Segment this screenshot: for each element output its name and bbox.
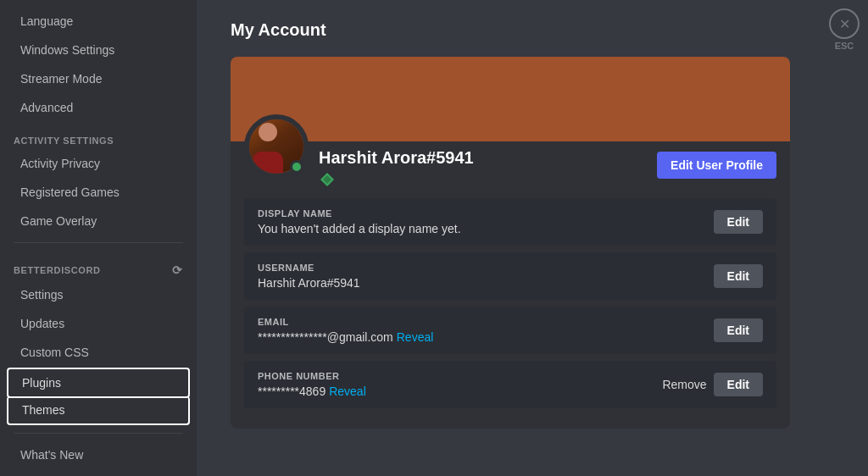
esc-label: ESC: [835, 41, 854, 51]
sidebar-item-custom-css[interactable]: Custom CSS: [7, 339, 190, 366]
sidebar-item-streamer-mode[interactable]: Streamer Mode: [7, 65, 190, 92]
online-status-dot: [290, 160, 303, 174]
sidebar-item-label: Activity Privacy: [20, 157, 100, 170]
betterdiscord-section: BetterDiscord ⟳: [0, 250, 197, 280]
profile-card: Harshit Arora#5941 Edit User Profile Dis…: [231, 57, 790, 429]
field-row-display-name: Display Name You haven't added a display…: [244, 198, 776, 246]
sidebar-item-language[interactable]: Language: [7, 8, 190, 35]
fields-section: Display Name You haven't added a display…: [231, 198, 790, 408]
sidebar-item-label: Windows Settings: [20, 43, 114, 57]
sidebar-item-label: Settings: [20, 288, 64, 302]
field-left: Email ***************@gmail.comReveal: [258, 317, 714, 344]
phone-value: *********4869Reveal: [258, 385, 662, 398]
sidebar-item-updates[interactable]: Updates: [7, 310, 190, 337]
remove-phone-button[interactable]: Remove: [662, 378, 706, 391]
sidebar-item-whats-new[interactable]: What's New: [7, 441, 190, 468]
display-name-value: You haven't added a display name yet.: [258, 222, 714, 235]
phone-reveal-link[interactable]: Reveal: [329, 385, 366, 398]
display-name-label: Display Name: [258, 208, 714, 219]
edit-phone-button[interactable]: Edit: [714, 373, 763, 396]
field-actions: Edit: [714, 210, 763, 234]
email-masked: ***************@gmail.com: [258, 330, 393, 344]
sidebar-item-label: Streamer Mode: [20, 72, 102, 86]
section-label: BetterDiscord: [14, 265, 101, 275]
field-actions: Edit: [714, 264, 763, 288]
username-label: Username: [258, 263, 714, 273]
esc-button[interactable]: ✕ ESC: [829, 8, 860, 51]
email-reveal-link[interactable]: Reveal: [397, 330, 434, 344]
history-icon[interactable]: ⟳: [172, 263, 183, 277]
username-display: Harshit Arora#5941: [319, 148, 474, 168]
field-row-username: Username Harshit Arora#5941 Edit: [244, 252, 776, 300]
field-row-email: Email ***************@gmail.comReveal Ed…: [244, 307, 776, 354]
phone-label: Phone Number: [258, 371, 662, 381]
sidebar-divider: [14, 242, 183, 243]
nitro-icon: [319, 171, 336, 188]
edit-username-button[interactable]: Edit: [714, 264, 763, 288]
sidebar-item-label: What's New: [20, 448, 83, 462]
edit-display-name-button[interactable]: Edit: [714, 210, 763, 234]
profile-info: Harshit Arora#5941 Edit User Profile: [319, 114, 776, 191]
avatar-head: [259, 123, 277, 141]
page-title: My Account: [231, 20, 834, 40]
sidebar-item-themes[interactable]: Themes: [7, 396, 190, 425]
field-row-phone: Phone Number *********4869Reveal Remove …: [244, 361, 776, 408]
sidebar-item-windows-settings[interactable]: Windows Settings: [7, 36, 190, 64]
sidebar-item-label: Updates: [20, 317, 64, 330]
sidebar-item-plugins[interactable]: Plugins: [7, 368, 190, 398]
main-content: My Account Harshit Arora#5941: [197, 0, 868, 476]
field-left: Display Name You haven't added a display…: [258, 208, 714, 235]
sidebar-item-registered-games[interactable]: Registered Games: [7, 179, 190, 206]
sidebar-item-label: Registered Games: [20, 185, 120, 199]
sidebar-divider-2: [14, 433, 183, 434]
sidebar-item-label: Themes: [22, 403, 65, 417]
section-label: Activity Settings: [14, 136, 114, 146]
username-value: Harshit Arora#5941: [258, 276, 714, 290]
sidebar-item-label: Language: [20, 14, 73, 28]
username-block: Harshit Arora#5941: [319, 148, 474, 191]
email-label: Email: [258, 317, 714, 327]
sidebar-item-label: Plugins: [22, 376, 61, 390]
sidebar: Language Windows Settings Streamer Mode …: [0, 0, 197, 476]
sidebar-item-settings[interactable]: Settings: [7, 281, 190, 308]
profile-header: Harshit Arora#5941 Edit User Profile: [231, 114, 790, 198]
sidebar-item-game-overlay[interactable]: Game Overlay: [7, 208, 190, 235]
edit-profile-button[interactable]: Edit User Profile: [657, 152, 776, 179]
phone-masked: *********4869: [258, 385, 326, 398]
sidebar-item-activity-privacy[interactable]: Activity Privacy: [7, 150, 190, 177]
close-icon: ✕: [839, 16, 850, 32]
field-left: Username Harshit Arora#5941: [258, 263, 714, 290]
field-actions: Edit: [714, 318, 763, 342]
sidebar-item-advanced[interactable]: Advanced: [7, 94, 190, 121]
sidebar-item-label: Game Overlay: [20, 214, 97, 228]
email-value: ***************@gmail.comReveal: [258, 330, 714, 344]
activity-settings-section: Activity Settings: [0, 122, 197, 149]
field-actions: Remove Edit: [662, 373, 763, 396]
avatar-body: [253, 152, 283, 174]
nitro-badge: [319, 171, 474, 191]
sidebar-item-label: Custom CSS: [20, 346, 89, 359]
field-left: Phone Number *********4869Reveal: [258, 371, 662, 398]
sidebar-item-label: Advanced: [20, 101, 73, 114]
avatar-wrapper: [244, 114, 309, 179]
esc-circle: ✕: [829, 8, 860, 39]
edit-email-button[interactable]: Edit: [714, 318, 763, 342]
